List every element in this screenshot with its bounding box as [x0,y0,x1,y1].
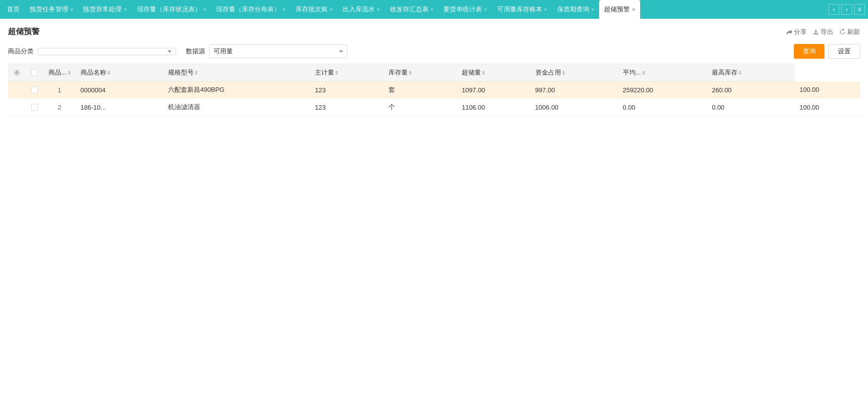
next-tab-button[interactable]: › [841,4,852,15]
row-checkbox[interactable] [31,104,38,111]
category-select[interactable] [38,48,176,55]
tab-flow[interactable]: 出入库流水 × [338,0,385,19]
sort-icon[interactable] [409,71,412,75]
sort-icon[interactable] [482,71,485,75]
close-icon[interactable]: × [431,6,434,12]
refresh-icon [839,29,846,35]
sort-down-icon [482,73,485,75]
sort-up-icon [335,71,338,73]
query-button[interactable]: 查询 [794,44,825,59]
tab-stock-status[interactable]: 现存量（库存状况表） × [132,0,211,19]
datasource-select[interactable]: 可用量 [209,44,347,58]
close-icon[interactable]: × [70,6,73,12]
tab-shelf-life-label: 保质期查询 [557,5,589,14]
category-filter: 商品分类 [8,47,176,56]
export-button[interactable]: 导出 [813,28,833,37]
sort-icon[interactable] [195,71,198,75]
row-capital: 259220.00 [618,81,707,99]
tab-overstock[interactable]: 超储预警 × [599,0,640,19]
tab-available[interactable]: 可用量库存账本 × [492,0,552,19]
table-row: 1 0000004 六配套新昌490BPG 123 套 1097.00 997.… [8,81,860,99]
sort-up-icon [68,71,71,73]
th-avg: 平均... [618,64,707,81]
sort-down-icon [107,73,110,75]
share-button[interactable]: 分享 [786,28,807,37]
th-unit: 主计量 [310,64,383,81]
th-over-label: 超储量 [462,68,481,77]
close-icon[interactable]: × [484,6,487,12]
th-avg-label: 平均... [623,68,641,77]
sort-icon[interactable] [738,71,741,75]
tab-shelf-life[interactable]: 保质期查询 × [552,0,599,19]
sort-down-icon [738,73,741,75]
sort-up-icon [482,71,485,73]
sort-down-icon [409,73,412,75]
row-checkbox[interactable] [31,86,38,93]
sort-up-icon [562,71,565,73]
tab-available-label: 可用量库存账本 [497,5,542,14]
datasource-filter: 数据源 可用量 [186,44,347,58]
close-icon[interactable]: × [203,6,206,12]
tab-overstock-label: 超储预警 [604,5,630,14]
sort-up-icon [642,71,645,73]
close-icon[interactable]: × [632,6,635,12]
gear-icon[interactable] [13,69,20,76]
sort-icon[interactable] [562,71,565,75]
row-checkbox-cell [26,81,43,99]
th-capital: 资金占用 [530,64,618,81]
tab-batch[interactable]: 库存批次账 × [291,0,338,19]
tab-purchase-stat-label: 要货单统计表 [443,5,482,14]
tab-home[interactable]: 首页 [2,0,25,19]
tab-summary-label: 收发存汇总表 [390,5,429,14]
close-icon[interactable]: × [282,6,285,12]
th-code-label: 商品... [48,68,67,77]
sort-icon[interactable] [107,71,110,75]
more-tabs-button[interactable]: ≡ [854,4,865,15]
page-content: 超储预警 分享 导出 刷新 商品分类 数据源 [0,19,868,395]
close-icon[interactable]: × [544,6,547,12]
tab-pick-task[interactable]: 拣货任务管理 × [25,0,78,19]
row-name: 六配套新昌490BPG [163,81,310,99]
export-icon [813,29,819,35]
tab-purchase-stat[interactable]: 要货单统计表 × [438,0,492,19]
sort-icon[interactable] [642,71,645,75]
sort-down-icon [642,73,645,75]
row-name: 机油滤清器 [163,99,310,116]
select-all-checkbox[interactable] [31,69,38,76]
tab-stock-dist-label: 现存量（库存分布表） [216,5,280,14]
sort-up-icon [738,71,741,73]
page-title: 超储预警 [8,27,40,37]
sort-down-icon [68,73,71,75]
sort-up-icon [195,71,198,73]
settings-button[interactable]: 设置 [828,44,860,59]
filter-actions: 查询 设置 [794,44,860,59]
th-max-stock-label: 最高库存 [712,68,738,77]
sort-icon[interactable] [335,71,338,75]
row-spec: 123 [310,99,383,116]
close-icon[interactable]: × [377,6,380,12]
sort-down-icon [335,73,338,75]
share-icon [786,29,792,35]
tab-summary[interactable]: 收发存汇总表 × [385,0,438,19]
tab-pick-abnormal[interactable]: 拣货异常处理 × [78,0,131,19]
row-unit: 套 [384,81,457,99]
svg-point-0 [16,72,18,74]
share-label: 分享 [794,28,807,37]
chevron-down-icon [168,50,172,53]
sort-icon[interactable] [68,71,71,75]
refresh-button[interactable]: 刷新 [839,28,860,37]
close-icon[interactable]: × [124,6,127,12]
refresh-label: 刷新 [847,28,860,37]
prev-tab-button[interactable]: ‹ [828,4,839,15]
tab-stock-dist[interactable]: 现存量（库存分布表） × [211,0,290,19]
close-icon[interactable]: × [330,6,333,12]
row-code: 186-10... [76,99,163,116]
row-max-stock: 100.00 [795,99,860,116]
sort-up-icon [107,71,110,73]
row-gear-cell [8,99,26,116]
close-icon[interactable]: × [591,6,594,12]
tab-pick-abnormal-label: 拣货异常处理 [83,5,122,14]
th-spec-label: 规格型号 [168,68,194,77]
row-avg: 260.00 [707,81,794,99]
table-header-row: 商品... 商品名称 [8,64,860,81]
